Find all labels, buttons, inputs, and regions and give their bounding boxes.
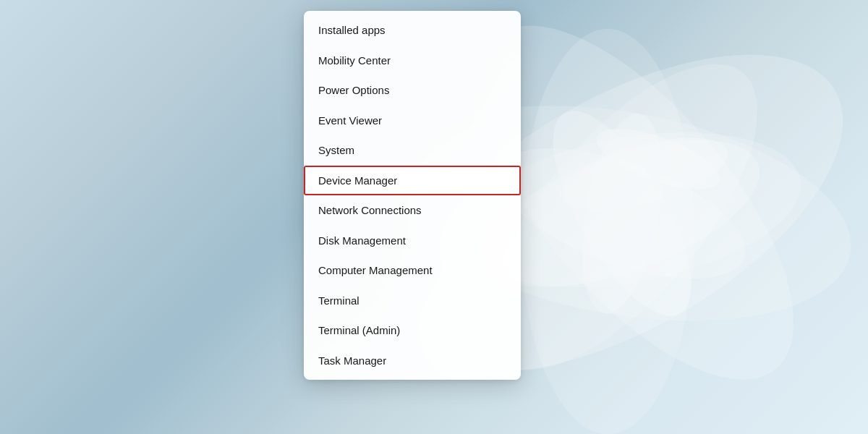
menu-item-network-connections[interactable]: Network Connections — [304, 195, 521, 226]
menu-item-label-device-manager: Device Manager — [318, 174, 397, 188]
menu-item-label-task-manager: Task Manager — [318, 354, 386, 368]
menu-item-label-event-viewer: Event Viewer — [318, 114, 382, 128]
context-menu: Installed appsMobility CenterPower Optio… — [304, 11, 521, 380]
menu-item-mobility-center[interactable]: Mobility Center — [304, 46, 521, 76]
menu-item-label-computer-management: Computer Management — [318, 263, 433, 278]
menu-item-disk-management[interactable]: Disk Management — [304, 226, 521, 256]
menu-item-label-system: System — [318, 143, 354, 158]
menu-item-label-installed-apps: Installed apps — [318, 23, 386, 38]
menu-item-computer-management[interactable]: Computer Management — [304, 255, 521, 286]
menu-item-label-power-options: Power Options — [318, 83, 389, 98]
menu-item-label-disk-management: Disk Management — [318, 234, 406, 248]
menu-item-terminal-admin[interactable]: Terminal (Admin) — [304, 315, 521, 346]
menu-item-power-options[interactable]: Power Options — [304, 75, 521, 106]
menu-item-event-viewer[interactable]: Event Viewer — [304, 106, 521, 136]
menu-item-device-manager[interactable]: Device Manager — [304, 166, 521, 196]
menu-item-system[interactable]: System — [304, 135, 521, 166]
menu-item-installed-apps[interactable]: Installed apps — [304, 15, 521, 46]
menu-item-label-terminal-admin: Terminal (Admin) — [318, 323, 400, 338]
menu-item-label-mobility-center: Mobility Center — [318, 54, 391, 68]
menu-item-terminal[interactable]: Terminal — [304, 286, 521, 316]
menu-item-label-network-connections: Network Connections — [318, 203, 422, 218]
menu-item-task-manager[interactable]: Task Manager — [304, 346, 521, 376]
menu-item-label-terminal: Terminal — [318, 294, 359, 308]
